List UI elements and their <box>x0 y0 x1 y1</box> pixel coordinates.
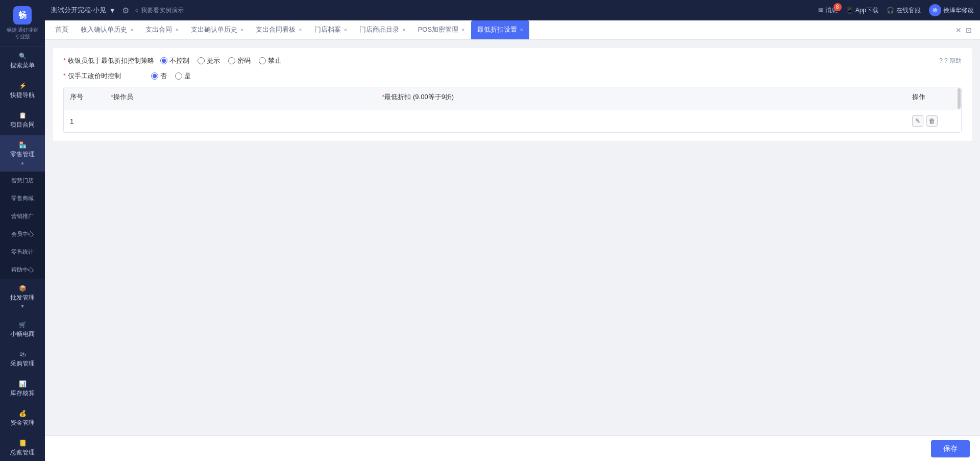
tab-store-products-close[interactable]: × <box>402 27 405 33</box>
sidebar-item-search[interactable]: 🔍 搜索菜单 <box>0 46 45 76</box>
tab-income-history[interactable]: 收入确认单历史 × <box>75 20 139 39</box>
tab-store-products[interactable]: 门店商品目录 × <box>353 20 411 39</box>
tab-expense-history[interactable]: 支出确认单历史 × <box>185 20 250 39</box>
sidebar-item-help-label: 帮助中心 <box>11 266 34 273</box>
radio-no[interactable]: 否 <box>151 71 167 81</box>
user-name: 徐泽华修改 <box>943 6 974 15</box>
tab-income-history-close[interactable]: × <box>130 27 133 33</box>
tab-contract-label: 支出合同 <box>145 25 172 34</box>
radio-remind[interactable]: 提示 <box>198 56 220 65</box>
topbar-right: ✉ 消息 8 📱 App下载 🎧 在线客服 徐 徐泽华修改 <box>818 4 974 16</box>
support-icon: 🎧 <box>887 7 894 14</box>
radio-no-control-input[interactable] <box>160 57 167 64</box>
tab-contract-close[interactable]: × <box>175 27 178 33</box>
sidebar-item-wholesale[interactable]: 📦 批发管理 ▼ <box>0 279 45 315</box>
radio-yes-input[interactable] <box>175 72 182 80</box>
tab-contract-board-label: 支出合同看板 <box>256 25 296 34</box>
topbar-demo[interactable]: ○ 我要看实例演示 <box>135 6 184 15</box>
topbar-support[interactable]: 🎧 在线客服 <box>887 6 921 15</box>
tab-store-file-label: 门店档案 <box>314 25 341 34</box>
radio-yes-label: 是 <box>184 71 191 81</box>
tab-contract-board[interactable]: 支出合同看板 × <box>250 20 308 39</box>
sidebar-item-purchase[interactable]: 🛍 采购管理 <box>0 345 45 374</box>
form-label-1: * 收银员低于最低折扣控制策略 <box>63 56 154 65</box>
tab-store-file[interactable]: 门店档案 × <box>308 20 353 39</box>
chevron-up-icon: ▲ <box>20 160 25 165</box>
main: 测试分开完程·小见 ▼ ⚙ ○ 我要看实例演示 ✉ 消息 8 📱 App下载 🎧… <box>45 0 980 461</box>
topbar-settings-icon: ⚙ <box>122 6 129 15</box>
radio-yes[interactable]: 是 <box>175 71 191 81</box>
td-operator <box>105 116 376 126</box>
sidebar-item-finance-label: 资金管理 <box>10 419 35 427</box>
sidebar-item-ledger[interactable]: 📒 总账管理 <box>0 433 45 461</box>
radio-no-control[interactable]: 不控制 <box>160 56 189 65</box>
sidebar-item-inventory-label: 库存核算 <box>10 389 35 398</box>
radio-password[interactable]: 密码 <box>228 56 251 65</box>
tab-close-all-btn[interactable]: ✕ <box>955 26 962 34</box>
table-scrollbar[interactable] <box>957 87 961 110</box>
radio-forbid[interactable]: 禁止 <box>259 56 281 65</box>
sidebar-item-member[interactable]: 会员中心 <box>0 225 45 243</box>
save-button[interactable]: 保存 <box>931 440 970 457</box>
sidebar-item-retail[interactable]: 🏪 零售管理 ▲ <box>0 135 45 172</box>
sidebar-item-project[interactable]: 📋 项目合同 <box>0 106 45 135</box>
sidebar-item-retail-label: 零售管理 <box>10 150 35 159</box>
tab-store-file-close[interactable]: × <box>344 27 347 33</box>
edit-icon: ✎ <box>915 117 920 125</box>
discount-table: 序号 *操作员 *最低折扣 (9.00等于9折) 操作 1 <box>63 87 962 133</box>
sidebar-item-ecommerce-label: 小畅电商 <box>10 330 35 338</box>
tab-home-label: 首页 <box>55 25 68 34</box>
tab-home[interactable]: 首页 <box>49 20 75 39</box>
edit-row-btn[interactable]: ✎ <box>912 115 923 127</box>
sidebar-item-finance[interactable]: 💰 资金管理 <box>0 404 45 433</box>
sidebar-item-quicknav-label: 快捷导航 <box>10 91 35 100</box>
topbar-app-download[interactable]: 📱 App下载 <box>846 6 878 15</box>
tab-contract[interactable]: 支出合同 × <box>139 20 184 39</box>
help-link[interactable]: ? ? 帮助 <box>939 57 962 65</box>
topbar-messages[interactable]: ✉ 消息 8 <box>818 6 838 15</box>
radio-remind-label: 提示 <box>207 56 220 65</box>
radio-no-input[interactable] <box>151 72 158 80</box>
field1-radio-group: 不控制 提示 密码 禁止 <box>160 56 281 65</box>
radio-forbid-input[interactable] <box>259 57 266 64</box>
topbar-project[interactable]: 测试分开完程·小见 ▼ <box>51 6 116 15</box>
radio-remind-input[interactable] <box>198 57 205 64</box>
tab-income-history-label: 收入确认单历史 <box>81 25 127 34</box>
tab-expense-history-close[interactable]: × <box>240 27 243 33</box>
required-asterisk-1: * <box>63 57 66 64</box>
tab-more-btn[interactable]: ⊡ <box>966 26 972 34</box>
form-label-2: * 仅手工改价时控制 <box>63 71 145 81</box>
tab-min-discount-close[interactable]: × <box>520 27 523 33</box>
tab-pos-password-close[interactable]: × <box>461 27 464 33</box>
radio-no-label: 否 <box>160 71 167 81</box>
sidebar-item-marketing-label: 营销推广 <box>11 213 34 219</box>
user-avatar: 徐 <box>929 4 941 16</box>
logo-icon: 畅 <box>13 6 32 25</box>
sidebar-item-quicknav[interactable]: ⚡ 快捷导航 <box>0 76 45 106</box>
project-icon: 📋 <box>19 112 27 119</box>
chevron-down-icon: ▼ <box>20 304 25 309</box>
delete-row-btn[interactable]: 🗑 <box>926 115 938 127</box>
message-badge: 8 <box>834 3 842 11</box>
scrollbar-thumb[interactable] <box>958 88 961 109</box>
tab-pos-password[interactable]: POS加密管理 × <box>412 20 471 39</box>
sidebar-item-ecommerce[interactable]: 🛒 小畅电商 <box>0 315 45 345</box>
sidebar-item-help[interactable]: 帮助中心 <box>0 261 45 279</box>
tab-min-discount[interactable]: 最低折扣设置 × <box>471 20 529 39</box>
tab-contract-board-close[interactable]: × <box>299 27 302 33</box>
sidebar-item-retail-stat[interactable]: 零售统计 <box>0 243 45 261</box>
sidebar-item-online-store[interactable]: 零售商城 <box>0 189 45 207</box>
radio-password-input[interactable] <box>228 57 235 64</box>
topbar-settings-btn[interactable]: ⚙ <box>122 6 129 15</box>
sidebar-item-inventory[interactable]: 📊 库存核算 <box>0 374 45 404</box>
td-discount <box>376 116 906 126</box>
sidebar-item-marketing[interactable]: 营销推广 <box>0 207 45 225</box>
radio-no-control-label: 不控制 <box>169 56 189 65</box>
topbar: 测试分开完程·小见 ▼ ⚙ ○ 我要看实例演示 ✉ 消息 8 📱 App下载 🎧… <box>45 0 980 20</box>
sidebar-item-smart-store-label: 智慧门店 <box>11 177 34 183</box>
quicknav-icon: ⚡ <box>19 82 27 89</box>
topbar-user[interactable]: 徐 徐泽华修改 <box>929 4 974 16</box>
sidebar-item-ledger-label: 总账管理 <box>10 448 35 457</box>
sidebar-item-smart-store[interactable]: 智慧门店 <box>0 172 45 189</box>
app-download-icon: 📱 <box>846 7 853 14</box>
